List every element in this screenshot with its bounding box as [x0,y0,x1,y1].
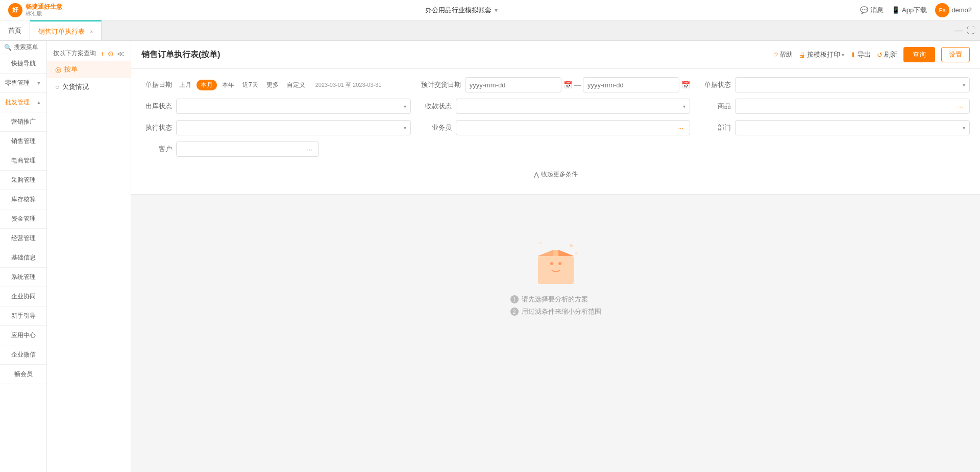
exec-status-select[interactable]: ▾ [176,120,411,135]
exec-status-select-arrow: ▾ [404,125,406,131]
sidebar-item-corp[interactable]: 企业协同 [0,287,46,306]
sidebar-item-newbie[interactable]: 新手引导 [0,306,46,325]
sidebar-quicknav-section: 快捷导航 [0,54,46,74]
receipt-select[interactable]: ▾ [456,99,691,114]
date-to-icon[interactable]: 📅 [681,81,690,89]
collapse-up-icon: ⋀ [534,171,539,178]
tab-expand-icon[interactable]: ⛶ [967,26,975,35]
main-layout: 🔍 搜索菜单 快捷导航 零售管理 ▼ 批发管理 ▲ 营销推广 [0,41,980,472]
refresh-btn[interactable]: ↺ 刷新 [877,50,897,59]
filter-group-receipt: 收款状态 ▾ [421,99,691,114]
export-btn[interactable]: ⬇ 导出 [850,50,871,59]
sidebar-item-operation[interactable]: 经营管理 [0,229,46,248]
print-icon: 🖨 [799,51,805,59]
sidebar-item-wechat[interactable]: 企业微信 [0,345,46,364]
download-btn[interactable]: 📱 App下载 [892,6,927,15]
sidebar-inventory-section: 库存核算 [0,190,46,209]
hint2-num: 2 [510,308,519,316]
predicted-date-label: 预计交货日期 [421,80,461,89]
logo-area: 好 畅捷通好生意 标准版 [8,3,62,17]
sidebar-operation-section: 经营管理 [0,229,46,248]
company-label: 办公用品行业模拟账套 [425,6,492,15]
product-label: 商品 [700,102,731,111]
company-dropdown-icon[interactable]: ▾ [495,7,498,14]
settings-btn[interactable]: 设置 [941,47,970,62]
sidebar-item-retail[interactable]: 零售管理 ▼ [0,74,46,92]
topbar: 好 畅捷通好生意 标准版 办公用品行业模拟账套 ▾ 💬 消息 📱 App下载 E… [0,0,980,20]
help-icon: ? [774,51,778,59]
tab-sales-order[interactable]: 销售订单执行表 × [30,20,102,40]
sidebar-item-appstore[interactable]: 应用中心 [0,326,46,345]
outbound-select-arrow: ▾ [404,104,406,109]
tab-close-icon[interactable]: × [90,29,93,35]
sidebar-search-section: 🔍 搜索菜单 [0,41,46,54]
dept-select[interactable]: ▾ [735,120,970,135]
logo-icon: 好 [8,3,22,17]
sidebar-item-sales[interactable]: 销售管理 [0,132,46,151]
date-tab-thismonth[interactable]: 本月 [197,80,217,90]
sidebar-item-purchase[interactable]: 采购管理 [0,171,46,190]
copy-scheme-btn[interactable]: ⊙ [108,50,114,58]
sidebar-item-member[interactable]: 畅会员 [0,365,46,384]
sidebar-item-quicknav[interactable]: 快捷导航 [0,54,46,73]
date-tab-thisyear[interactable]: 本年 [219,80,237,90]
sidebar-item-system[interactable]: 系统管理 [0,268,46,287]
add-scheme-btn[interactable]: + [101,50,105,58]
print-btn[interactable]: 🖨 按模板打印 ▾ [799,50,844,59]
outbound-select[interactable]: ▾ [176,99,411,114]
sidebar-item-inventory[interactable]: 库存核算 [0,190,46,209]
date-tab-more[interactable]: 更多 [263,80,282,90]
tab-home[interactable]: 首页 [0,20,30,40]
sidebar: 🔍 搜索菜单 快捷导航 零售管理 ▼ 批发管理 ▲ 营销推广 [0,41,47,472]
sidebar-search-btn[interactable]: 🔍 搜索菜单 [0,41,46,54]
product-ellipsis-btn[interactable]: ··· [955,103,965,110]
status-select[interactable]: ▾ [735,77,970,92]
date-from-icon[interactable]: 📅 [564,81,572,89]
predicted-date-to[interactable] [583,77,679,92]
predicted-date-from[interactable] [465,77,561,92]
collapse-panel-btn[interactable]: ≪ [117,50,125,58]
filter-group-dept: 部门 ▾ [700,120,970,135]
user-area[interactable]: Ea demo2 [935,3,972,17]
date-tabs: 上月 本月 本年 近7天 更多 自定义 [176,80,308,90]
hint2-text: 用过滤条件来缩小分析范围 [522,307,601,316]
sidebar-marketing-section: 营销推广 [0,112,46,132]
date-tab-lastmonth[interactable]: 上月 [176,80,194,90]
receipt-label: 收款状态 [421,102,452,111]
sidebar-ecommerce-section: 电商管理 [0,151,46,171]
message-icon: 💬 [860,6,868,14]
empty-illustration [525,235,586,287]
outbound-label: 出库状态 [141,102,172,111]
topbar-right: 💬 消息 📱 App下载 Ea demo2 [860,3,972,17]
left-panel-item-qianku[interactable]: ○ 欠货情况 [47,78,131,96]
salesperson-ellipsis-btn[interactable]: ··· [676,124,686,132]
filter-group-product: 商品 ··· [700,99,970,114]
sidebar-wholesale-section: 批发管理 ▲ [0,93,46,112]
hint1-num: 1 [510,295,519,303]
date-range-text: 2023-03-01 至 2023-03-31 [315,81,382,89]
sidebar-item-finance[interactable]: 资金管理 [0,209,46,228]
tab-minimize-icon[interactable]: — [954,26,963,35]
filter-group-salesperson: 业务员 ··· [421,120,691,135]
hint1-text: 请先选择要分析的方案 [522,295,588,304]
qianku-icon: ○ [55,83,59,91]
dept-select-arrow: ▾ [963,125,965,131]
sidebar-item-basic[interactable]: 基础信息 [0,248,46,267]
sidebar-finance-section: 资金管理 [0,209,46,229]
status-select-arrow: ▾ [963,82,965,88]
sidebar-item-ecommerce[interactable]: 电商管理 [0,151,46,170]
help-btn[interactable]: ? 帮助 [774,50,793,59]
sidebar-item-wholesale[interactable]: 批发管理 ▲ [0,93,46,112]
customer-ellipsis-btn[interactable]: ··· [305,146,314,153]
left-panel-item-anpan[interactable]: ◎ 按单 [47,61,131,78]
collapse-btn[interactable]: ⋀ 收起更多条件 [530,166,582,183]
message-btn[interactable]: 💬 消息 [860,6,884,15]
left-panel: 按以下方案查询 + ⊙ ≪ ◎ 按单 ○ 欠货情况 [47,41,131,472]
tabbar-actions: — ⛶ [949,20,980,40]
tabbar: 首页 销售订单执行表 × — ⛶ [0,20,980,41]
date-tab-custom[interactable]: 自定义 [284,80,308,90]
date-tab-7days[interactable]: 近7天 [239,80,261,90]
query-btn[interactable]: 查询 [903,47,935,62]
content-area: 销售订单执行表(按单) ? 帮助 🖨 按模板打印 ▾ ⬇ 导出 ↺ 刷新 [131,41,980,472]
sidebar-item-marketing[interactable]: 营销推广 [0,112,46,131]
